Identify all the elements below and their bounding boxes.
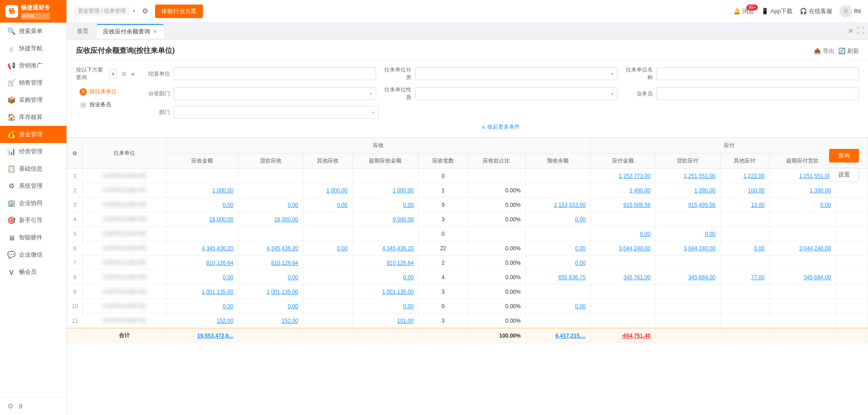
sidebar-item-inventory[interactable]: 🏠 库存核算	[0, 109, 66, 126]
row-unit[interactable]: 往来单位名称示例	[83, 285, 166, 299]
sidebar-item-sys-admin[interactable]: ⚙ 系统管理	[0, 177, 66, 195]
footer-ap-loan	[655, 328, 720, 343]
scheme-staff-icon: ◷	[80, 101, 87, 109]
footer-ar-total[interactable]: 19,553,472,6...	[166, 328, 238, 343]
app-download-button[interactable]: 📱 App下载	[761, 7, 793, 15]
scheme-item-by-staff[interactable]: ◷ 按业务员	[76, 99, 135, 110]
table-settings-col[interactable]: ⚙	[67, 138, 83, 169]
breadcrumb-area: 资金管理 / 往来管理 ▾ ⚙ 体验行业方案	[74, 5, 728, 18]
sidebar-item-guide[interactable]: 🎯 新手引导	[0, 212, 66, 229]
download-icon: 📱	[761, 8, 769, 14]
table-row: 1往来单位名称示例01,252,773.001,251,551.001,222.…	[67, 169, 868, 183]
row-ar-count: 4	[419, 270, 468, 285]
messages-button[interactable]: 🔔 消息 99+	[733, 7, 754, 15]
tab-close-all-icon[interactable]: ✕	[848, 27, 854, 35]
user-area[interactable]: R Rit	[840, 5, 861, 18]
page-title-bar: 应收应付余额查询(按往来单位) 📤 导出 🔄 刷新	[67, 40, 868, 61]
row-unit[interactable]: 往来单位名称示例	[83, 227, 166, 241]
query-button[interactable]: 查询	[829, 149, 859, 162]
chevron-down-icon: ▾	[133, 9, 135, 14]
finance-icon: 💰	[7, 130, 15, 138]
filter-header-label: 按以下方案查询	[76, 66, 106, 81]
filter-add-button[interactable]: +	[109, 69, 117, 78]
operations-icon: 📊	[7, 148, 15, 156]
footer-ar-overdue	[352, 328, 419, 343]
unit-name-input[interactable]	[656, 67, 859, 80]
collapse-more-button[interactable]: ∧ 收起更多条件	[142, 120, 859, 132]
settlement-unit-input[interactable]: ···	[174, 67, 376, 80]
row-number: 4	[67, 212, 83, 227]
sidebar-item-enterprise[interactable]: 🏢 企业协同	[0, 195, 66, 212]
sidebar-item-operations[interactable]: 📊 经营管理	[0, 143, 66, 160]
row-unit[interactable]: 往来单位名称示例	[83, 314, 166, 329]
sidebar-item-label: 资金管理	[19, 130, 42, 138]
dept-label: 分管部门	[142, 90, 174, 98]
export-button[interactable]: 📤 导出	[814, 47, 835, 55]
row-unit[interactable]: 往来单位名称示例	[83, 299, 166, 314]
row-unit[interactable]: 往来单位名称示例	[83, 270, 166, 285]
footer-ap-total[interactable]: -654,751.40	[590, 328, 656, 343]
tab-close-icon[interactable]: ✕	[153, 29, 157, 35]
filter-field-dept: 分管部门 ▾	[142, 87, 376, 100]
footer-ap-other	[720, 328, 769, 343]
row-unit[interactable]: 往来单位名称示例	[83, 256, 166, 270]
sub-dept-select[interactable]: ▾	[174, 106, 378, 119]
footer-ap-tail	[835, 328, 868, 343]
row-unit[interactable]: 往来单位名称示例	[83, 198, 166, 212]
unit-nature-select[interactable]: ▾	[415, 87, 618, 100]
filter-collapse-button[interactable]: «	[131, 70, 135, 77]
sidebar-item-purchase[interactable]: 📦 采购管理	[0, 91, 66, 109]
sidebar-item-marketing[interactable]: 📢 营销推广	[0, 57, 66, 74]
refresh-button[interactable]: 🔄 刷新	[838, 47, 859, 55]
sidebar-item-wechat[interactable]: 💬 企业微信	[0, 246, 66, 263]
sys-admin-icon: ⚙	[7, 182, 15, 190]
unit-category-select[interactable]: ▾	[415, 67, 618, 80]
salesman-input[interactable]: ···	[656, 87, 859, 100]
footer-label: 合计	[83, 328, 166, 343]
row-unit[interactable]: 往来单位名称示例	[83, 169, 166, 183]
table-header-ar-overdue: 超期应收金额	[352, 153, 419, 169]
marketing-icon: 📢	[7, 62, 15, 70]
tab-expand-icon[interactable]: ⛶	[857, 27, 864, 35]
trial-button[interactable]: 体验行业方案	[155, 5, 203, 18]
footer-prepay[interactable]: 6,417,215....	[525, 328, 590, 343]
sidebar-settings-icon[interactable]: ⚙	[7, 402, 14, 410]
row-unit[interactable]: 往来单位名称示例	[83, 183, 166, 198]
unit-name-label: 往来单位名称	[625, 66, 656, 81]
sidebar-item-basic-info[interactable]: 📋 基础信息	[0, 160, 66, 177]
export-icon: 📤	[814, 48, 821, 54]
sidebar-item-smart-hw[interactable]: 🖥 智能硬件	[0, 229, 66, 246]
filter-row-3: 部门 ▾	[142, 106, 859, 119]
guide-icon: 🎯	[7, 216, 15, 224]
row-ar-count: 0	[419, 169, 468, 183]
row-unit[interactable]: 往来单位名称示例	[83, 241, 166, 256]
wechat-icon: 💬	[7, 251, 15, 259]
online-service-button[interactable]: 🎧 在线客服	[800, 7, 832, 15]
scheme-item-by-unit[interactable]: 方 按往来单位	[76, 86, 135, 97]
sidebar-item-quick-nav[interactable]: ⌂ 快捷导航	[0, 40, 66, 57]
sidebar-item-search-menu[interactable]: 🔍 搜索菜单	[0, 23, 66, 40]
dept-select[interactable]: ▾	[174, 87, 376, 100]
gear-button[interactable]: ⚙	[139, 5, 151, 18]
row-number: 10	[67, 299, 83, 314]
app-download-label: App下载	[770, 7, 793, 15]
filter-settings-button[interactable]: ⊙	[120, 69, 127, 78]
tab-ar-ap-query[interactable]: 应收应付余额查询 ✕	[97, 24, 164, 38]
sidebar-item-member[interactable]: V 畅会员	[0, 263, 66, 281]
sidebar-collapse-icon[interactable]: ⏸	[17, 402, 24, 410]
scheme-unit-label: 按往来单位	[90, 88, 117, 95]
sidebar-item-label: 销售管理	[19, 79, 42, 87]
row-ar-count: 9	[419, 198, 468, 212]
row-ar-count: 1	[419, 183, 468, 198]
settings-button[interactable]: 设置	[829, 168, 859, 181]
row-ar-ratio: 0.00%	[468, 212, 526, 227]
row-unit[interactable]: 往来单位名称示例	[83, 212, 166, 227]
row-ar-ratio: 0.00%	[468, 270, 526, 285]
sub-dept-label: 部门	[142, 109, 174, 116]
sidebar-item-sales[interactable]: 🛒 销售管理	[0, 74, 66, 91]
refresh-icon: 🔄	[838, 48, 845, 54]
filter-area: 按以下方案查询 + ⊙ « 方 按往来单位	[67, 61, 868, 138]
sidebar-item-finance[interactable]: 💰 资金管理	[0, 126, 66, 143]
row-ar-count: 0	[419, 227, 468, 241]
tab-home[interactable]: 首页	[71, 24, 95, 38]
